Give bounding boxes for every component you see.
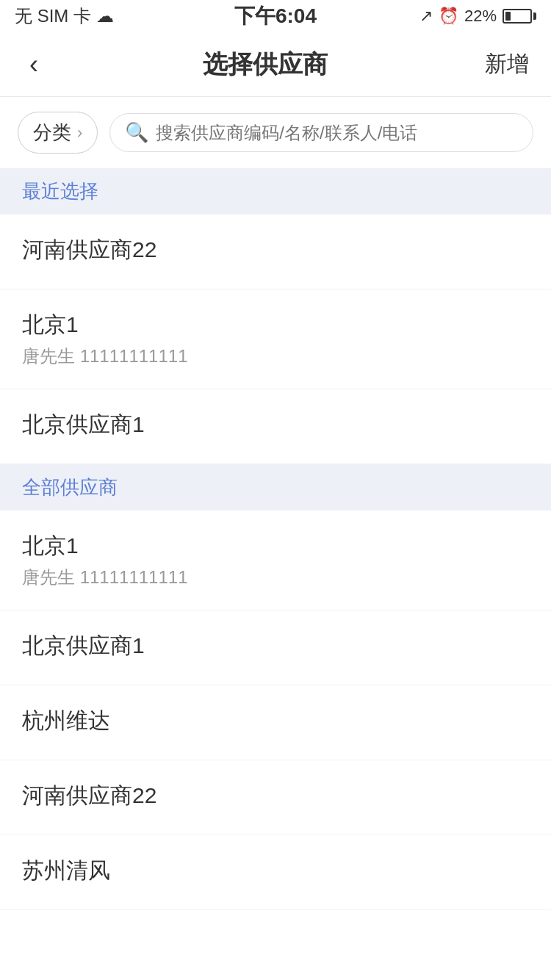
status-time: 下午6:04 (234, 2, 317, 30)
category-label: 分类 (33, 120, 71, 145)
item-name: 河南供应商22 (22, 235, 529, 265)
all-list-item[interactable]: 杭州维达 (0, 685, 551, 760)
chevron-right-icon: › (77, 123, 82, 143)
add-button[interactable]: 新增 (485, 49, 529, 79)
item-name: 杭州维达 (22, 706, 529, 736)
item-name: 北京供应商1 (22, 410, 529, 440)
item-name: 河南供应商22 (22, 781, 529, 811)
status-right: ↗ ⏰ 22% (419, 7, 536, 26)
search-input[interactable] (156, 123, 518, 143)
recent-list: 河南供应商22北京1唐先生 11111111111北京供应商1 (0, 215, 551, 464)
all-section-label: 全部供应商 (22, 476, 118, 498)
category-button[interactable]: 分类 › (18, 112, 98, 154)
all-list: 北京1唐先生 11111111111北京供应商1杭州维达河南供应商22苏州清风 (0, 511, 551, 910)
filter-bar: 分类 › 🔍 (0, 97, 551, 168)
item-name: 北京1 (22, 310, 529, 340)
nav-bar: ‹ 选择供应商 新增 (0, 32, 551, 97)
status-left: 无 SIM 卡 ☁ (15, 4, 114, 28)
location-icon: ↗ (419, 7, 433, 26)
recent-list-item[interactable]: 北京供应商1 (0, 389, 551, 464)
back-button[interactable]: ‹ (22, 42, 46, 87)
item-name: 苏州清风 (22, 856, 529, 886)
item-name: 北京1 (22, 531, 529, 561)
status-bar: 无 SIM 卡 ☁ 下午6:04 ↗ ⏰ 22% (0, 0, 551, 32)
search-box[interactable]: 🔍 (109, 113, 533, 152)
all-list-item[interactable]: 河南供应商22 (0, 760, 551, 835)
all-list-item[interactable]: 苏州清风 (0, 835, 551, 910)
item-sub: 唐先生 11111111111 (22, 345, 529, 368)
all-section-header: 全部供应商 (0, 464, 551, 511)
recent-section-header: 最近选择 (0, 168, 551, 215)
all-list-item[interactable]: 北京供应商1 (0, 610, 551, 685)
battery-indicator (503, 9, 536, 24)
item-sub: 唐先生 11111111111 (22, 566, 529, 589)
recent-list-item[interactable]: 北京1唐先生 11111111111 (0, 289, 551, 389)
alarm-icon: ⏰ (439, 7, 458, 26)
search-icon: 🔍 (125, 121, 148, 144)
page-title: 选择供应商 (203, 48, 328, 82)
sim-status: 无 SIM 卡 ☁ (15, 4, 114, 28)
battery-percent: 22% (464, 7, 497, 26)
recent-section-label: 最近选择 (22, 180, 98, 202)
item-name: 北京供应商1 (22, 631, 529, 661)
recent-list-item[interactable]: 河南供应商22 (0, 215, 551, 289)
all-list-item[interactable]: 北京1唐先生 11111111111 (0, 511, 551, 610)
